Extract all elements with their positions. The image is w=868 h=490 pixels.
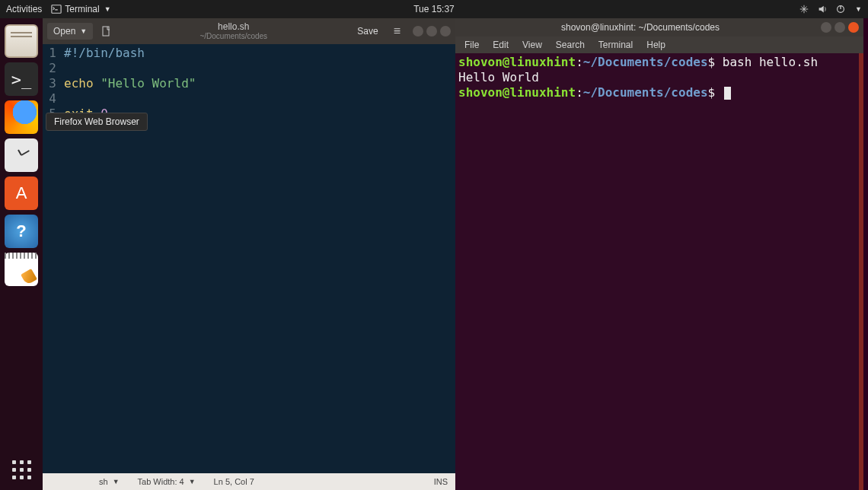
insert-mode-label: INS (434, 477, 448, 486)
menu-search[interactable]: Search (550, 38, 591, 52)
tab-width-selector[interactable]: Tab Width: 4 ▼ (138, 477, 196, 486)
activities-button[interactable]: Activities (6, 4, 42, 14)
close-button[interactable] (848, 22, 859, 33)
menu-terminal[interactable]: Terminal (592, 38, 639, 52)
terminal-small-icon (51, 4, 62, 14)
terminal-titlebar: shovon@linuxhint: ~/Documents/codes (455, 18, 863, 37)
editor-area[interactable]: 12345 #!/bin/bashecho "Hello World"exit … (43, 44, 455, 473)
network-icon[interactable] (799, 4, 809, 14)
files-icon[interactable] (5, 24, 38, 58)
language-label: sh (99, 477, 108, 486)
help-icon[interactable]: ? (5, 215, 38, 248)
app-indicator[interactable]: Terminal ▼ (51, 4, 110, 14)
language-selector[interactable]: sh ▼ (99, 477, 120, 486)
line-number-gutter: 12345 (43, 44, 59, 473)
terminal-title: shovon@linuxhint: ~/Documents/codes (460, 22, 821, 33)
svg-rect-0 (52, 5, 61, 14)
scrollbar[interactable] (859, 53, 863, 490)
minimize-button[interactable] (821, 22, 831, 33)
terminal-output[interactable]: shovon@linuxhint:~/Documents/codes$ bash… (455, 53, 863, 490)
text-editor-icon[interactable] (5, 253, 38, 286)
gedit-title: hello.sh ~/Documents/codes (120, 22, 346, 40)
show-applications-icon[interactable] (12, 460, 31, 479)
gedit-headerbar: Open ▼ hello.sh ~/Documents/codes Save ≡ (43, 18, 455, 44)
software-icon[interactable]: A (5, 177, 38, 210)
hamburger-menu-button[interactable]: ≡ (389, 24, 405, 38)
gedit-path: ~/Documents/codes (120, 32, 346, 40)
gnome-terminal-window: shovon@linuxhint: ~/Documents/codes File… (455, 18, 863, 490)
open-button-label: Open (53, 26, 75, 37)
close-button[interactable] (440, 26, 451, 37)
menu-view[interactable]: View (516, 38, 548, 52)
maximize-button[interactable] (426, 26, 437, 37)
open-button[interactable]: Open ▼ (47, 23, 93, 40)
power-icon[interactable] (835, 4, 846, 14)
app-indicator-label: Terminal (65, 4, 99, 14)
firefox-icon[interactable] (5, 100, 38, 134)
terminal-icon[interactable]: >_ (5, 62, 38, 96)
menu-edit[interactable]: Edit (487, 38, 515, 52)
code-content[interactable]: #!/bin/bashecho "Hello World"exit 0 (59, 44, 199, 473)
chevron-down-icon: ▼ (113, 478, 120, 485)
system-menu-chevron-icon[interactable]: ▼ (855, 5, 862, 13)
dock-tooltip: Firefox Web Browser (46, 113, 148, 131)
svg-rect-2 (103, 27, 109, 36)
new-document-button[interactable] (97, 22, 116, 40)
volume-icon[interactable] (817, 4, 828, 14)
terminal-menubar: FileEditViewSearchTerminalHelp (455, 37, 863, 53)
gnome-top-bar: Activities Terminal ▼ Tue 15:37 ▼ (0, 0, 868, 18)
chevron-down-icon: ▼ (104, 5, 111, 13)
maximize-button[interactable] (834, 22, 845, 33)
ubuntu-dock: >_ A ? (0, 18, 43, 490)
menu-file[interactable]: File (458, 38, 485, 52)
menu-help[interactable]: Help (640, 38, 672, 52)
gedit-window: Open ▼ hello.sh ~/Documents/codes Save ≡… (43, 18, 455, 490)
clock-icon[interactable] (5, 138, 38, 172)
minimize-button[interactable] (413, 26, 423, 37)
gedit-filename: hello.sh (120, 22, 346, 32)
clock-label[interactable]: Tue 15:37 (413, 4, 455, 14)
save-button[interactable]: Save (351, 23, 384, 40)
chevron-down-icon: ▼ (80, 27, 87, 35)
new-document-icon (101, 25, 113, 37)
chevron-down-icon: ▼ (189, 478, 196, 485)
gedit-statusbar: sh ▼ Tab Width: 4 ▼ Ln 5, Col 7 INS (43, 473, 455, 490)
tab-width-label: Tab Width: 4 (138, 477, 184, 486)
cursor-position: Ln 5, Col 7 (214, 477, 254, 486)
